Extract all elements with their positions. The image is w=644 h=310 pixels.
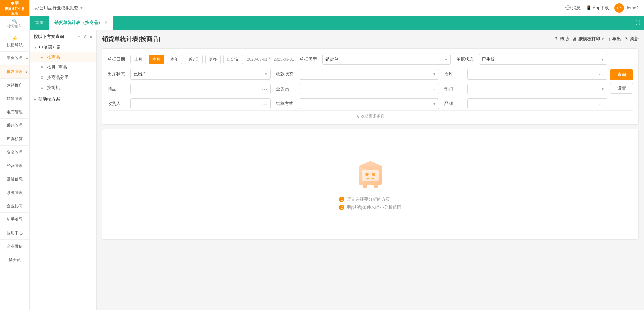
query-button[interactable]: 查询	[610, 69, 633, 80]
date-btn-last-month[interactable]: 上月	[130, 55, 146, 64]
product-select[interactable]: ···	[130, 84, 271, 94]
salesperson-select[interactable]: ···	[299, 84, 439, 94]
collapse-label: 收起更多条件	[361, 113, 385, 119]
tab-close-icon[interactable]: ✕	[104, 20, 108, 25]
print-button[interactable]: 🖨 按模板打印 ▼	[573, 36, 605, 42]
date-btn-this-year[interactable]: 本年	[167, 55, 182, 64]
desktop-group-title[interactable]: ▼ 电脑端方案	[30, 42, 96, 52]
out-status-select[interactable]: 已出库 ▼	[130, 69, 271, 80]
product-dots: ···	[262, 87, 268, 92]
page-title-actions: ？ 帮助 🖨 按模板打印 ▼ ↑ 导出 ↻ 刷新	[554, 36, 639, 42]
filter-warehouse-item: 仓库 ···	[444, 69, 607, 80]
app-download-label: App下载	[593, 5, 609, 11]
sidebar-item-system[interactable]: 系统管理	[0, 186, 29, 199]
message-icon: 💬	[565, 5, 571, 10]
sidebar-item-inventory[interactable]: 库存核算	[0, 132, 29, 146]
page-title: 销货单统计表(按商品)	[102, 35, 160, 43]
dropdown-icon: ▼	[433, 72, 436, 76]
sidebar-item-vip[interactable]: 畅会员	[0, 253, 29, 266]
scheme-by-product[interactable]: ● 按商品	[30, 52, 96, 62]
workspace-selector[interactable]: 办公用品行业模拟账套 ▼	[35, 5, 83, 11]
date-btn-more[interactable]: 更多	[205, 55, 221, 64]
receiver-dots: ···	[262, 101, 268, 106]
search-menu-label: 搜索菜单	[0, 24, 29, 29]
page-title-row: 销货单统计表(按商品) ？ 帮助 🖨 按模板打印 ▼ ↑ 导出	[102, 35, 639, 43]
scheme-by-month-product[interactable]: ≡ 按月+商品	[30, 62, 96, 72]
sidebar-item-wholesale[interactable]: 批发管理 ▲	[0, 65, 29, 79]
date-btn-7days[interactable]: 近7天	[185, 55, 203, 64]
panel-header-actions: ＋ ⊙ «	[77, 34, 92, 40]
brand-select[interactable]: ···	[467, 98, 607, 109]
filter-order-status-item: 单据状态 已生效 ▼	[456, 54, 607, 65]
export-label: 导出	[612, 36, 621, 42]
group-expand-icon: ▼	[34, 46, 37, 49]
tab-sales-stat[interactable]: 销货单统计表（按商品） ✕	[49, 16, 113, 30]
warehouse-select[interactable]: ···	[467, 69, 607, 80]
refresh-label: 刷新	[630, 36, 639, 42]
date-label: 单据日期	[108, 56, 128, 62]
sidebar-item-guide[interactable]: 新手引导	[0, 213, 29, 226]
chevron-right-icon: ▶	[26, 57, 28, 60]
sidebar-item-wechat[interactable]: 企业微信	[0, 240, 29, 253]
order-status-select[interactable]: 已生效 ▼	[479, 54, 607, 65]
mobile-group-label: 移动端方案	[38, 96, 60, 102]
left-panel: 按以下方案查询 ＋ ⊙ « ▼ 电脑端方案 ● 按商品	[30, 30, 97, 310]
sidebar-item-sales[interactable]: 销售管理	[0, 92, 29, 105]
desktop-items: ● 按商品 ≡ 按月+商品 ≡ 按商品分类 ≡ 按司机	[30, 52, 96, 93]
collapse-panel-button[interactable]: «	[90, 34, 92, 39]
avatar-text: Ea	[617, 6, 622, 10]
filter-row-3: 商品 ··· 业务员 ···	[108, 84, 607, 94]
chevron-down-icon: ▲	[25, 70, 28, 73]
product-label: 商品	[108, 86, 128, 92]
order-type-select[interactable]: 销货单 ▼	[322, 54, 451, 65]
collapse-button[interactable]: ∧ 收起更多条件	[356, 113, 385, 119]
empty-state-icon	[350, 156, 390, 190]
messages-button[interactable]: 💬 消息	[565, 5, 581, 11]
department-select[interactable]: ▼	[467, 84, 607, 94]
settings-scheme-button[interactable]: ⊙	[84, 34, 88, 39]
app-download-button[interactable]: 📱 App下载	[586, 5, 609, 11]
payment-method-select[interactable]: ▼	[299, 98, 439, 109]
sidebar-item-operations[interactable]: 经营管理	[0, 159, 29, 172]
window-maximize-icon[interactable]: ⛶	[635, 20, 640, 25]
sidebar-item-marketing[interactable]: 营销推广	[0, 79, 29, 92]
svg-point-8	[372, 173, 375, 176]
sidebar-item-finance[interactable]: 资金管理	[0, 146, 29, 159]
help-button[interactable]: ？ 帮助	[554, 36, 569, 42]
sidebar-item-apps[interactable]: 应用中心	[0, 226, 29, 240]
sidebar-item-enterprise[interactable]: 企业协同	[0, 199, 29, 213]
mobile-group-title[interactable]: ▶ 移动端方案	[30, 94, 96, 104]
sidebar-item-ecommerce[interactable]: 电商管理	[0, 105, 29, 119]
scheme-by-category[interactable]: ≡ 按商品分类	[30, 72, 96, 83]
tab-home-label: 首页	[35, 20, 44, 26]
order-type-value: 销货单	[325, 56, 338, 62]
window-minimize-icon[interactable]: —	[628, 20, 633, 25]
filter-actions: 查询 设置	[610, 54, 633, 109]
sidebar-item-basic[interactable]: 基础信息	[0, 172, 29, 186]
refresh-button[interactable]: ↻ 刷新	[625, 36, 639, 42]
tab-sales-stat-label: 销货单统计表（按商品）	[54, 20, 102, 26]
date-btn-this-month[interactable]: 本月	[149, 55, 164, 64]
user-menu[interactable]: Ea demo2	[614, 3, 639, 13]
export-button[interactable]: ↑ 导出	[609, 36, 621, 42]
add-scheme-button[interactable]: ＋	[77, 34, 82, 40]
help-label: 帮助	[560, 36, 569, 42]
avatar: Ea	[614, 3, 624, 13]
date-btn-custom[interactable]: 自定义	[223, 55, 243, 64]
scheme-by-cashier[interactable]: ≡ 按司机	[30, 83, 96, 93]
filter-brand-item: 品牌 ···	[444, 98, 607, 109]
search-menu[interactable]: 🔍 搜索菜单	[0, 16, 29, 32]
sidebar-item-purchase[interactable]: 采购管理	[0, 119, 29, 132]
filter-department-item: 部门 ▼	[444, 84, 607, 94]
payment-select[interactable]: ▼	[299, 69, 439, 80]
filter-row-2: 出库状态 已出库 ▼ 收款状态 ▼	[108, 69, 607, 80]
sidebar-item-retail[interactable]: 零售管理 ▶	[0, 52, 29, 65]
tab-home[interactable]: 首页	[30, 16, 49, 30]
sidebar-item-quick-nav[interactable]: ⚡ 快捷导航	[0, 32, 29, 52]
messages-label: 消息	[572, 5, 581, 11]
quick-nav-label: 快捷导航	[1, 42, 28, 48]
panel-title: 按以下方案查询	[34, 34, 64, 40]
empty-tip-2-text: 用[过滤]条件来缩小分析范围	[346, 204, 401, 210]
receiver-select[interactable]: ···	[130, 98, 271, 109]
settings-button[interactable]: 设置	[610, 83, 633, 94]
